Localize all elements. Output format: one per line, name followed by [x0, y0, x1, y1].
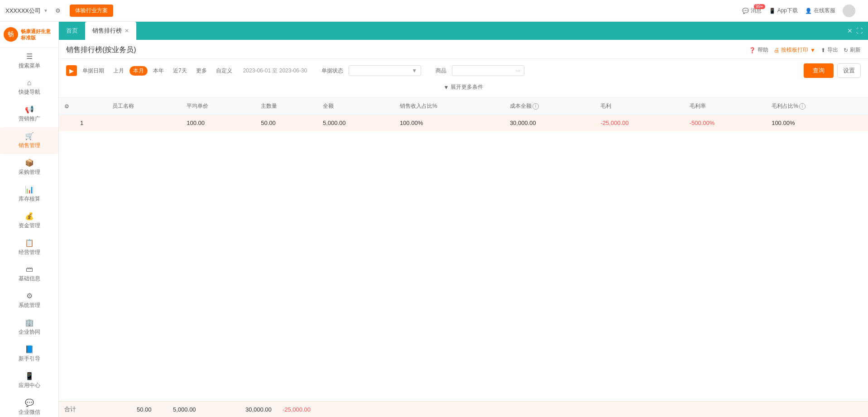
- cell-gross-rate: -500.00%: [684, 115, 766, 131]
- sidebar-item-inventory[interactable]: 📊 库存核算: [0, 181, 58, 207]
- date-tab-prev-month[interactable]: 上月: [110, 66, 128, 76]
- refresh-label: 刷新: [850, 46, 861, 54]
- date-tab-more[interactable]: 更多: [192, 66, 211, 76]
- sidebar-item-search[interactable]: ☰ 搜索菜单: [0, 48, 58, 74]
- goods-label: 商品: [436, 67, 446, 75]
- service-label: 在线客服: [814, 7, 835, 14]
- date-tab-current-month[interactable]: 本月: [129, 66, 148, 76]
- service-icon: 👤: [805, 8, 812, 14]
- sidebar-item-sales[interactable]: 🛒 销售管理: [0, 127, 58, 154]
- sidebar-item-finance[interactable]: 💰 资金管理: [0, 207, 58, 234]
- expand-label: 展开更多条件: [451, 83, 483, 91]
- sidebar-item-system[interactable]: ⚙ 系统管理: [0, 287, 58, 314]
- sidebar-item-label: 营销推广: [19, 115, 40, 123]
- operations-icon: 📋: [25, 239, 34, 247]
- sidebar-item-label: 采购管理: [19, 168, 40, 176]
- home-icon: ⌂: [27, 79, 32, 87]
- date-tab-7days[interactable]: 近7天: [169, 66, 191, 76]
- goods-input[interactable]: ···: [452, 65, 524, 76]
- status-label: 单据状态: [321, 67, 343, 75]
- sidebar-item-marketing[interactable]: 📢 营销推广: [0, 101, 58, 127]
- app-download-button[interactable]: 📱 App下载: [769, 7, 798, 14]
- purchase-icon: 📦: [25, 158, 34, 167]
- sidebar-item-enterprise[interactable]: 🏢 企业协同: [0, 314, 58, 340]
- page-content: 销售排行榜(按业务员) ❓ 帮助 🖨 按模板打印 ▼ ⬆: [59, 40, 868, 417]
- col-main-qty: 主数量: [255, 98, 317, 115]
- date-tabs: 上月 本月 本年 近7天 更多 自定义: [110, 66, 236, 76]
- sidebar-item-operations[interactable]: 📋 经营管理: [0, 234, 58, 261]
- cell-cost-total: 30,000.00: [504, 115, 595, 131]
- cell-gross: -25,000.00: [595, 115, 684, 131]
- sidebar-item-basic-info[interactable]: 🗃 基础信息: [0, 261, 58, 287]
- dots-btn[interactable]: ···: [516, 67, 520, 74]
- logo-text: 畅康通好生意标准版: [21, 28, 51, 41]
- cell-name: [107, 115, 181, 131]
- sidebar-item-quicknav[interactable]: ⌂ 快捷导航: [0, 74, 58, 101]
- try-industry-button[interactable]: 体验行业方案: [70, 5, 113, 17]
- sidebar-item-label: 经营管理: [19, 249, 40, 256]
- top-right-area: 💬 消息 99+ 📱 App下载 👤 在线客服: [742, 5, 863, 17]
- table-header-row: ⚙ 员工名称 平均单价 主数量 全额 销售收入占比% 成本全额i 毛利: [59, 98, 868, 115]
- print-button[interactable]: 🖨 按模板打印 ▼: [774, 46, 815, 54]
- gross-ratio-info-icon[interactable]: i: [799, 103, 806, 110]
- company-selector[interactable]: XXXXXX公司 ▼: [5, 7, 48, 15]
- topbar-settings-icon[interactable]: ⚙: [52, 5, 64, 17]
- avatar[interactable]: [843, 5, 855, 17]
- col-settings: ⚙: [59, 98, 75, 115]
- col-total: 全额: [317, 98, 394, 115]
- col-gross: 毛利: [595, 98, 684, 115]
- basic-info-icon: 🗃: [26, 265, 33, 273]
- table-footer: 合计 50.00 5,000.00 30,000.00 -25,000.00: [59, 401, 868, 417]
- tab-bar-actions: ✕ ⛶: [847, 27, 868, 34]
- cell-rank: 1: [75, 115, 107, 131]
- tab-close-icon[interactable]: ✕: [125, 28, 129, 34]
- cell-main-qty: 50.00: [255, 115, 317, 131]
- company-name: XXXXXX公司: [5, 7, 41, 15]
- tab-sales-rank[interactable]: 销售排行榜 ✕: [85, 22, 136, 40]
- sidebar-logo: 畅 畅康通好生意标准版: [0, 22, 58, 48]
- table-row: 1 100.00 50.00 5,000.00 100.00% 30,000.0…: [59, 115, 868, 131]
- status-select[interactable]: ▼: [349, 65, 421, 76]
- cell-sales-ratio: 100.00%: [394, 115, 504, 131]
- help-button[interactable]: ❓ 帮助: [749, 46, 768, 54]
- sidebar-item-app-center[interactable]: 📱 应用中心: [0, 367, 58, 394]
- sidebar-item-purchase[interactable]: 📦 采购管理: [0, 154, 58, 181]
- table-settings-icon[interactable]: ⚙: [64, 103, 69, 110]
- tab-sales-rank-label: 销售排行榜: [92, 27, 122, 35]
- cell-total: 5,000.00: [317, 115, 394, 131]
- refresh-button[interactable]: ↻ 刷新: [844, 46, 861, 54]
- finance-icon: 💰: [25, 212, 34, 220]
- sidebar-item-wechat[interactable]: 💬 企业微信: [0, 394, 58, 417]
- footer-gross: -25,000.00: [277, 406, 316, 413]
- message-badge: 99+: [754, 4, 765, 9]
- settings-button[interactable]: 设置: [837, 63, 861, 78]
- sidebar-item-label: 资金管理: [19, 222, 40, 230]
- print-label: 按模板打印: [781, 46, 808, 54]
- app-icon: 📱: [769, 8, 776, 14]
- query-button[interactable]: 查询: [804, 63, 834, 78]
- filter-toggle-button[interactable]: ▶: [66, 65, 77, 76]
- date-tab-custom[interactable]: 自定义: [212, 66, 236, 76]
- export-button[interactable]: ⬆ 导出: [821, 46, 838, 54]
- search-menu-icon: ☰: [26, 52, 33, 61]
- logo-icon: 畅: [4, 27, 18, 42]
- sidebar-item-guide[interactable]: 📘 新手引导: [0, 340, 58, 367]
- sidebar-item-label: 企业协同: [19, 328, 40, 336]
- system-icon: ⚙: [26, 292, 33, 300]
- col-rank: [75, 98, 107, 115]
- date-tab-current-year[interactable]: 本年: [149, 66, 168, 76]
- sidebar-item-label: 基础信息: [19, 275, 40, 283]
- export-label: 导出: [827, 46, 838, 54]
- message-button[interactable]: 💬 消息 99+: [742, 7, 762, 14]
- tab-home[interactable]: 首页: [59, 22, 85, 40]
- expand-filters-button[interactable]: ▼ 展开更多条件: [66, 81, 861, 93]
- tab-expand-icon[interactable]: ⛶: [856, 27, 863, 34]
- export-icon: ⬆: [821, 47, 825, 53]
- filter-area: ▶ 单据日期 上月 本月 本年 近7天 更多 自定义 2023-06-01 至 …: [59, 59, 868, 98]
- tab-close-all-icon[interactable]: ✕: [847, 27, 853, 34]
- footer-label: 合计: [64, 405, 91, 413]
- cost-info-icon[interactable]: i: [532, 103, 539, 110]
- wechat-icon: 💬: [25, 398, 34, 407]
- online-service-button[interactable]: 👤 在线客服: [805, 7, 835, 14]
- print-arrow-icon: ▼: [810, 47, 815, 53]
